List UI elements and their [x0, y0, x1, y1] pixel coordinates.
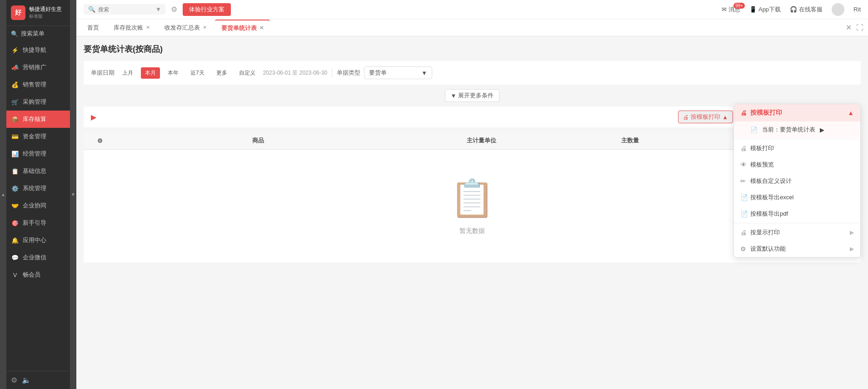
- header-gear-icon[interactable]: ⚙: [171, 5, 177, 14]
- type-filter-select[interactable]: 要货单 ▼: [364, 66, 432, 79]
- date-filter-section: 单据日期 上月 本月 本年 近7天 更多 自定义 2023-06-01 至 20…: [91, 67, 327, 79]
- dropdown-template-design[interactable]: ✏ 模板自定义设计: [734, 173, 860, 189]
- sidebar-item-guide[interactable]: 🎯 新手引导: [6, 214, 70, 232]
- app-download-btn[interactable]: 📱 App下载: [749, 5, 781, 14]
- sidebar-item-marketing[interactable]: 📣 营销推广: [6, 59, 70, 76]
- tab-order-stats[interactable]: 要货单统计表✕: [215, 20, 270, 36]
- nav-icon-marketing: 📣: [11, 63, 19, 71]
- username-label[interactable]: Rit: [853, 6, 861, 13]
- tab-close-inventory-batch[interactable]: ✕: [146, 25, 150, 30]
- date-filter-label: 单据日期: [91, 69, 115, 77]
- sidebar-item-member[interactable]: V 畅会员: [6, 266, 70, 283]
- nav-icon-collab: 🤝: [11, 202, 19, 210]
- search-label: 搜索菜单: [21, 30, 45, 38]
- nav-label-basic: 基础信息: [23, 167, 46, 175]
- sidebar-item-finance[interactable]: 💳 资金管理: [6, 128, 70, 145]
- nav-icon-finance: 💳: [11, 132, 19, 141]
- sidebar-item-collab[interactable]: 🤝 企业协同: [6, 197, 70, 214]
- nav-label-finance: 资金管理: [23, 132, 46, 141]
- nav-label-operation: 经营管理: [23, 150, 46, 158]
- nav-icon-purchase: 🛒: [11, 98, 19, 106]
- action-arrow-icon[interactable]: ▶: [91, 113, 96, 121]
- nav-icon-wechat: 💬: [11, 253, 19, 262]
- dropdown-template-print[interactable]: 🖨 模板打印: [734, 140, 860, 157]
- date-more-btn[interactable]: 更多: [212, 67, 231, 79]
- app-logo: 好 畅捷通好生意 标准版: [6, 0, 70, 26]
- dropdown-template-excel[interactable]: 📄 按模板导出excel: [734, 189, 860, 206]
- header-search-box[interactable]: 🔍 ▼: [84, 4, 165, 15]
- tab-maximize-icon[interactable]: ⛶: [856, 24, 863, 32]
- expand-more-btn[interactable]: ▼ 展开更多条件: [445, 89, 500, 102]
- empty-icon: 📋: [449, 177, 495, 220]
- dropdown-header: 🖨 按模板打印 ▲: [734, 104, 860, 121]
- date-custom-btn[interactable]: 自定义: [235, 67, 259, 79]
- date-cur-month-btn[interactable]: 本月: [141, 67, 160, 79]
- search-icon: 🔍: [11, 30, 18, 37]
- sidebar-item-appstore[interactable]: 🔔 应用中心: [6, 232, 70, 249]
- sidebar-item-purchase[interactable]: 🛒 采购管理: [6, 93, 70, 111]
- col-product: 商品: [109, 136, 407, 145]
- dropdown-display-print[interactable]: 🖨 按显示打印 ▶: [734, 224, 860, 241]
- sidebar-item-wechat[interactable]: 💬 企业微信: [6, 249, 70, 266]
- sidebar-scroll-down[interactable]: ▼: [70, 0, 76, 389]
- col-unit: 主计量单位: [407, 136, 556, 145]
- sidebar-nav: ⚡ 快捷导航 📣 营销推广 💰 销售管理 🛒 采购管理 📦 库存核算 💳 资金管…: [6, 41, 70, 371]
- col-qty: 主数量: [556, 136, 705, 145]
- message-btn[interactable]: ✉ 消息 99+: [722, 5, 740, 14]
- sidebar-search[interactable]: 🔍 搜索菜单: [6, 26, 70, 41]
- dropdown-close-btn[interactable]: ▲: [848, 109, 854, 116]
- nav-label-inventory: 库存核算: [23, 115, 46, 123]
- date-cur-year-btn[interactable]: 本年: [164, 67, 183, 79]
- nav-label-collab: 企业协同: [23, 202, 46, 210]
- experience-btn[interactable]: 体验行业方案: [183, 3, 231, 16]
- print-template-btn[interactable]: 🖨 按模板打印 ▲: [678, 111, 733, 123]
- nav-label-system: 系统管理: [23, 184, 46, 192]
- tab-close-receivables[interactable]: ✕: [203, 25, 207, 30]
- type-filter-label: 单据类型: [337, 69, 360, 77]
- search-header-icon: 🔍: [88, 6, 95, 13]
- col-settings[interactable]: ⚙: [91, 137, 109, 144]
- user-avatar[interactable]: [832, 3, 844, 16]
- tab-inventory-batch[interactable]: 库存批次账✕: [107, 20, 156, 36]
- dropdown-current-item[interactable]: 📄 当前：要货单统计表 ▶: [734, 121, 860, 138]
- set-default-label: 设置默认功能: [750, 245, 786, 253]
- empty-text: 暂无数据: [459, 227, 485, 235]
- search-input[interactable]: [98, 6, 153, 13]
- settings-bottom-icon[interactable]: ⚙: [11, 376, 17, 384]
- logo-icon: 好: [11, 5, 25, 20]
- dropdown-template-preview[interactable]: 👁 模板预览: [734, 157, 860, 173]
- nav-label-marketing: 营销推广: [23, 63, 46, 71]
- template-print-icon: 🖨: [740, 145, 747, 152]
- display-print-arrow: ▶: [850, 229, 854, 236]
- dropdown-divider-2: [734, 223, 860, 223]
- date-last7-btn[interactable]: 近7天: [186, 67, 209, 79]
- sidebar-item-basic[interactable]: 📋 基础信息: [6, 162, 70, 180]
- tab-receivables[interactable]: 收发存汇总表✕: [158, 20, 213, 36]
- tab-home[interactable]: 首页: [81, 20, 105, 36]
- type-filter-section: 单据类型 要货单 ▼: [337, 66, 432, 79]
- sidebar-scroll-up[interactable]: ▲: [0, 0, 6, 389]
- dropdown-template-pdf[interactable]: 📄 按模板导出pdf: [734, 206, 860, 222]
- logo-text: 畅捷通好生意: [29, 6, 62, 13]
- sidebar-item-inventory[interactable]: 📦 库存核算: [6, 111, 70, 128]
- sidebar-item-system[interactable]: ⚙️ 系统管理: [6, 180, 70, 197]
- sidebar-item-sales[interactable]: 💰 销售管理: [6, 76, 70, 93]
- set-default-arrow: ▶: [850, 246, 854, 252]
- sidebar-item-quick-nav[interactable]: ⚡ 快捷导航: [6, 41, 70, 59]
- search-dropdown-icon[interactable]: ▼: [155, 6, 161, 13]
- filter-divider: [332, 68, 332, 77]
- tab-label-inventory-batch: 库存批次账: [114, 24, 143, 32]
- online-service-btn[interactable]: 🎧 在线客服: [790, 5, 823, 14]
- tab-close-order-stats[interactable]: ✕: [259, 25, 264, 31]
- template-pdf-label: 按模板导出pdf: [750, 210, 788, 218]
- dropdown-divider-1: [734, 139, 860, 139]
- speaker-icon[interactable]: 🔈: [22, 376, 31, 384]
- sidebar-item-operation[interactable]: 📊 经营管理: [6, 145, 70, 162]
- tabs-bar: 首页库存批次账✕收发存汇总表✕要货单统计表✕ ✕ ⛶: [76, 19, 868, 36]
- template-design-icon: ✏: [740, 177, 746, 185]
- nav-label-wechat: 企业微信: [23, 253, 46, 262]
- display-print-label: 按显示打印: [750, 228, 780, 237]
- date-prev-month-btn[interactable]: 上月: [118, 67, 137, 79]
- tab-close-icon[interactable]: ✕: [846, 23, 852, 32]
- dropdown-set-default[interactable]: ⚙ 设置默认功能 ▶: [734, 241, 860, 257]
